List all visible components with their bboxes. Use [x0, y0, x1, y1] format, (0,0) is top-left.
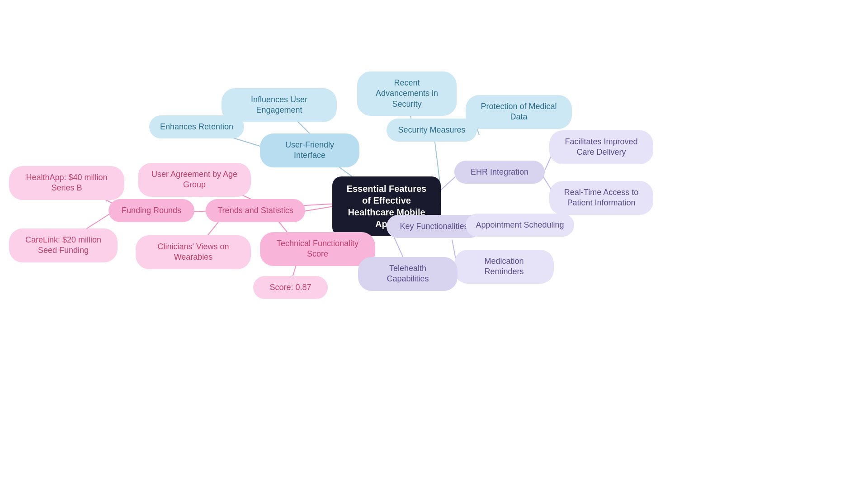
enhances-retention-node[interactable]: Enhances Retention — [149, 115, 244, 138]
user-agreement-age-group-node[interactable]: User Agreement by Age Group — [138, 163, 251, 197]
protection-medical-data-node[interactable]: Protection of Medical Data — [466, 95, 572, 129]
appointment-scheduling-node[interactable]: Appointment Scheduling — [466, 214, 574, 237]
telehealth-capabilities-node[interactable]: Telehealth Capabilities — [358, 257, 458, 291]
medication-reminders-node[interactable]: Medication Reminders — [454, 250, 554, 284]
healthapp-node[interactable]: HealthApp: $40 million Series B — [9, 166, 124, 200]
technical-functionality-score-node[interactable]: Technical Functionality Score — [260, 232, 375, 266]
score-node[interactable]: Score: 0.87 — [253, 276, 328, 299]
recent-advancements-security-node[interactable]: Recent Advancements in Security — [357, 71, 457, 116]
carelink-node[interactable]: CareLink: $20 million Seed Funding — [9, 228, 118, 262]
trends-statistics-node[interactable]: Trends and Statistics — [206, 199, 305, 222]
clinicians-views-wearables-node[interactable]: Clinicians' Views on Wearables — [136, 235, 251, 269]
funding-rounds-node[interactable]: Funding Rounds — [108, 199, 194, 222]
svg-line-14 — [441, 176, 457, 190]
real-time-access-patient-node[interactable]: Real-Time Access to Patient Information — [549, 181, 653, 215]
user-friendly-interface-node[interactable]: User-Friendly Interface — [260, 133, 359, 167]
ehr-integration-node[interactable]: EHR Integration — [454, 161, 545, 184]
security-measures-node[interactable]: Security Measures — [387, 119, 477, 142]
svg-line-16 — [542, 176, 552, 190]
facilitates-improved-care-node[interactable]: Facilitates Improved Care Delivery — [549, 130, 653, 164]
